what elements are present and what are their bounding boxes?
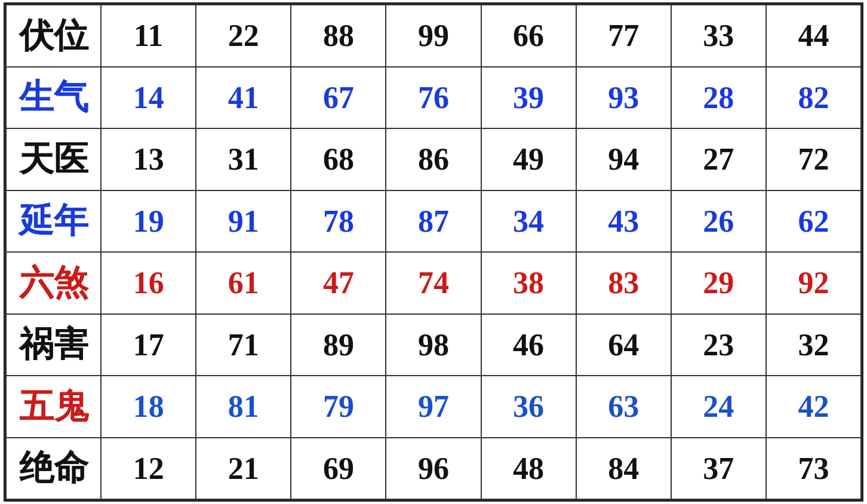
table-cell: 64 (576, 314, 671, 376)
table-cell: 93 (576, 67, 671, 129)
table-cell: 77 (576, 5, 671, 67)
table-cell: 71 (196, 314, 291, 376)
table-cell: 92 (766, 252, 861, 314)
table-cell: 66 (481, 5, 576, 67)
table-cell: 48 (481, 438, 576, 500)
table-cell: 82 (766, 67, 861, 129)
table-cell: 68 (291, 128, 386, 190)
table-cell: 11 (101, 5, 196, 67)
table-cell: 27 (671, 128, 766, 190)
table-cell: 62 (766, 190, 861, 253)
row-label: 伏位 (6, 5, 101, 67)
table-cell: 69 (291, 438, 386, 500)
table-cell: 49 (481, 128, 576, 190)
table-cell: 61 (196, 252, 291, 314)
table-cell: 86 (386, 128, 481, 190)
table-cell: 96 (386, 438, 481, 500)
table-cell: 16 (101, 252, 196, 314)
table-cell: 42 (766, 376, 861, 438)
table-row: 延年1991788734432662 (6, 190, 861, 253)
table-cell: 36 (481, 376, 576, 438)
table-cell: 14 (101, 67, 196, 129)
table-cell: 67 (291, 67, 386, 129)
table-row: 祸害1771899846642332 (6, 314, 861, 376)
table-cell: 63 (576, 376, 671, 438)
row-label: 六煞 (6, 252, 101, 314)
table-cell: 13 (101, 128, 196, 190)
table-cell: 32 (766, 314, 861, 376)
table-cell: 47 (291, 252, 386, 314)
table-cell: 89 (291, 314, 386, 376)
table-cell: 33 (671, 5, 766, 67)
table-cell: 38 (481, 252, 576, 314)
table-cell: 23 (671, 314, 766, 376)
table-cell: 73 (766, 438, 861, 500)
table-cell: 22 (196, 5, 291, 67)
table-row: 五鬼1881799736632442 (6, 376, 861, 438)
table-row: 绝命1221699648843773 (6, 438, 861, 500)
table-row: 六煞1661477438832992 (6, 252, 861, 314)
row-label: 五鬼 (6, 376, 101, 438)
table-row: 天医1331688649942772 (6, 128, 861, 190)
table-cell: 26 (671, 190, 766, 253)
table-cell: 99 (386, 5, 481, 67)
table-cell: 79 (291, 376, 386, 438)
table-cell: 91 (196, 190, 291, 253)
table-cell: 94 (576, 128, 671, 190)
table-cell: 31 (196, 128, 291, 190)
table-cell: 83 (576, 252, 671, 314)
table-cell: 43 (576, 190, 671, 253)
table-cell: 46 (481, 314, 576, 376)
table-cell: 39 (481, 67, 576, 129)
table-cell: 18 (101, 376, 196, 438)
table-cell: 17 (101, 314, 196, 376)
table-cell: 88 (291, 5, 386, 67)
table-cell: 98 (386, 314, 481, 376)
table-cell: 97 (386, 376, 481, 438)
row-label: 生气 (6, 67, 101, 129)
table-cell: 74 (386, 252, 481, 314)
table-cell: 24 (671, 376, 766, 438)
table-cell: 34 (481, 190, 576, 253)
table-cell: 12 (101, 438, 196, 500)
table-cell: 28 (671, 67, 766, 129)
row-label: 延年 (6, 190, 101, 253)
table-cell: 44 (766, 5, 861, 67)
table-cell: 29 (671, 252, 766, 314)
row-label: 天医 (6, 128, 101, 190)
table-cell: 21 (196, 438, 291, 500)
table-cell: 37 (671, 438, 766, 500)
table-row: 伏位1122889966773344 (6, 5, 861, 67)
row-label: 祸害 (6, 314, 101, 376)
table-cell: 72 (766, 128, 861, 190)
table-cell: 84 (576, 438, 671, 500)
table-cell: 78 (291, 190, 386, 253)
table-cell: 81 (196, 376, 291, 438)
main-table-container: 伏位1122889966773344生气1441677639932882天医13… (4, 2, 863, 502)
table-cell: 19 (101, 190, 196, 253)
table-cell: 76 (386, 67, 481, 129)
table-cell: 41 (196, 67, 291, 129)
table-cell: 87 (386, 190, 481, 253)
row-label: 绝命 (6, 438, 101, 500)
data-table: 伏位1122889966773344生气1441677639932882天医13… (5, 4, 862, 500)
table-row: 生气1441677639932882 (6, 67, 861, 129)
